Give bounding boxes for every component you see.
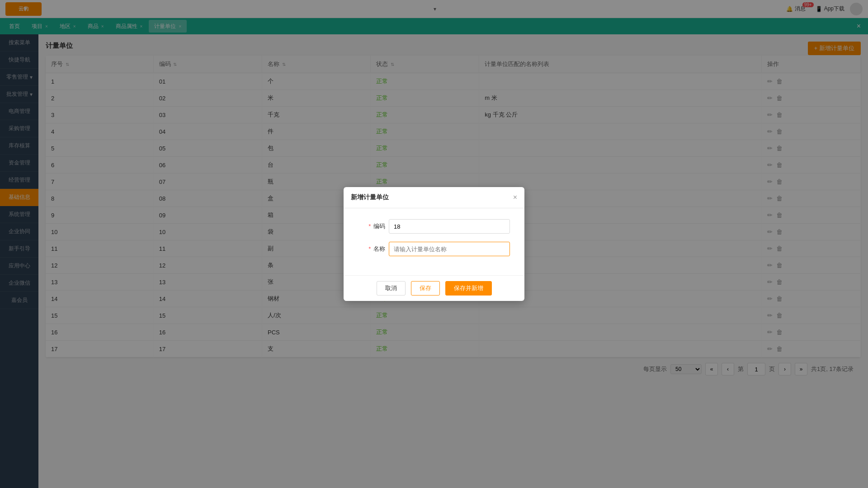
name-input[interactable] (389, 242, 510, 256)
modal-header: 新增计量单位 × (344, 187, 524, 208)
code-input[interactable] (389, 219, 510, 234)
modal-body: * 编码 * 名称 (344, 208, 524, 275)
name-label-text: 名称 (373, 245, 385, 252)
code-label: * 编码 (358, 222, 385, 230)
modal-title: 新增计量单位 (351, 193, 389, 202)
modal-overlay[interactable]: 新增计量单位 × * 编码 * 名称 取消 保存 保存并新增 (0, 0, 868, 488)
form-row-name: * 名称 (358, 242, 510, 256)
add-unit-modal: 新增计量单位 × * 编码 * 名称 取消 保存 保存并新增 (344, 187, 524, 301)
modal-close-btn[interactable]: × (513, 193, 517, 202)
save-button[interactable]: 保存 (411, 281, 440, 296)
modal-footer: 取消 保存 保存并新增 (344, 275, 524, 301)
form-row-code: * 编码 (358, 219, 510, 234)
save-and-new-button[interactable]: 保存并新增 (445, 281, 492, 296)
name-required-star: * (368, 245, 371, 252)
code-required-star: * (368, 223, 371, 230)
code-label-text: 编码 (373, 223, 385, 230)
cancel-button[interactable]: 取消 (377, 281, 406, 296)
name-label: * 名称 (358, 245, 385, 253)
